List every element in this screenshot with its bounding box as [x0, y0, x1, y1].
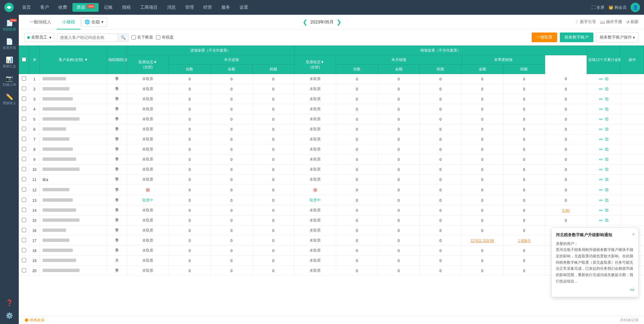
edit-btn[interactable]: ✏ [599, 167, 603, 172]
row-checkbox-cell[interactable] [19, 266, 29, 276]
sidebar-item-open-invoice[interactable]: 📄 发票开具 [0, 36, 19, 53]
ref-tax[interactable]: 1,638.5 [518, 239, 530, 243]
tax-disk-check-label[interactable]: 有税盘 [156, 35, 174, 40]
sidebar-item-settings[interactable]: ⚙️ [4, 310, 14, 321]
edit-btn[interactable]: ✏ [599, 137, 603, 142]
row-checkbox-cell[interactable] [19, 215, 29, 225]
row-checkbox[interactable] [22, 137, 26, 141]
search-button[interactable]: 🔍 [118, 34, 128, 41]
nav-item-manage[interactable]: 管理 [181, 3, 198, 12]
sidebar-item-summary[interactable]: 📊 票据汇总 [0, 54, 19, 71]
edit-btn[interactable]: ✏ [599, 147, 603, 152]
edit-btn[interactable]: ✏ [599, 177, 603, 182]
row-checkbox-cell[interactable] [19, 165, 29, 175]
employee-select[interactable]: 全部员工 ▾ [24, 33, 54, 42]
digital-tax-btn[interactable]: 税务数字账户 [560, 33, 593, 42]
row-checkbox[interactable] [22, 258, 26, 262]
row-checkbox[interactable] [22, 177, 26, 181]
popup-footer-link[interactable]: ea [556, 287, 634, 293]
row-checkbox-cell[interactable] [19, 185, 29, 195]
copy-btn[interactable]: ⧉ [605, 156, 608, 162]
edit-btn[interactable]: ✏ [599, 157, 603, 162]
row-checkbox[interactable] [22, 117, 26, 121]
nav-item-operation[interactable]: 经营 [199, 3, 216, 12]
digital-ops-btn[interactable]: 税务数字账户操作 ▾ [596, 32, 639, 43]
row-checkbox-cell[interactable] [19, 104, 29, 114]
row-checkbox-cell[interactable] [19, 94, 29, 104]
subordinate-checkbox[interactable] [131, 35, 136, 40]
copy-btn[interactable]: ⧉ [605, 167, 608, 172]
nav-item-accounting[interactable]: 记账 [100, 3, 117, 12]
copy-btn[interactable]: ⧉ [605, 136, 608, 142]
row-checkbox[interactable] [22, 167, 26, 171]
nav-item-fee[interactable]: 收费 [54, 3, 71, 12]
row-checkbox[interactable] [22, 228, 26, 232]
manual-btn[interactable]: 📖 操作手册 [600, 19, 622, 25]
copy-btn[interactable]: ⧉ [605, 106, 608, 112]
tab-small-scale[interactable]: 小规模 [57, 15, 80, 29]
row-checkbox-cell[interactable] [19, 124, 29, 134]
edit-btn[interactable]: ✏ [599, 107, 603, 112]
date-next-btn[interactable]: ❯ [336, 18, 341, 26]
row-checkbox[interactable] [22, 147, 26, 151]
nav-item-business[interactable]: 工商项目 [136, 3, 162, 12]
row-checkbox[interactable] [22, 86, 26, 91]
row-checkbox[interactable] [22, 187, 26, 192]
edit-btn[interactable]: ✏ [599, 198, 603, 203]
edit-btn[interactable]: ✏ [599, 208, 603, 213]
edit-btn[interactable]: ✏ [599, 218, 603, 223]
nav-item-client[interactable]: 客户 [36, 3, 53, 12]
copy-btn[interactable]: ⧉ [605, 96, 608, 102]
th-outbound-status[interactable]: 取票状态▼(全部) [294, 55, 336, 74]
copy-btn[interactable]: ⧉ [605, 126, 608, 132]
sidebar-item-help[interactable]: ❓ [4, 297, 14, 309]
nav-item-invoice[interactable]: 票据 new [72, 3, 99, 12]
th-quota[interactable]: 纳税期限(全部) ▼ [107, 46, 127, 74]
tax-policy-link[interactable]: 🔶 税务政策 [24, 318, 45, 323]
copy-btn[interactable]: ⧉ [605, 217, 608, 223]
row-checkbox-cell[interactable] [19, 134, 29, 144]
row-checkbox-cell[interactable] [19, 205, 29, 215]
edit-btn[interactable]: ✏ [599, 187, 603, 193]
search-input[interactable] [57, 34, 118, 41]
row-checkbox[interactable] [22, 218, 26, 222]
row-checkbox-cell[interactable] [19, 256, 29, 266]
row-checkbox-cell[interactable] [19, 154, 29, 165]
th-client-name[interactable]: 客户名称(全部) ▼ [40, 46, 107, 74]
user-avatar[interactable]: 👤 [631, 3, 640, 12]
subordinate-check-label[interactable]: 名下帐套 [131, 35, 153, 40]
nav-item-tax[interactable]: 报税 [118, 3, 135, 12]
row-checkbox[interactable] [22, 107, 26, 111]
th-inbound-status[interactable]: 取票状态▼(全部) [127, 55, 169, 74]
nav-item-settings[interactable]: 设置 [235, 3, 252, 12]
row-checkbox[interactable] [22, 96, 26, 101]
row-checkbox-cell[interactable] [19, 84, 29, 94]
row-checkbox-cell[interactable] [19, 74, 29, 84]
row-checkbox[interactable] [22, 76, 26, 81]
copy-btn[interactable]: ⧉ [605, 146, 608, 152]
copy-btn[interactable]: ⧉ [605, 76, 608, 82]
nav-item-home[interactable]: 首页 [18, 3, 35, 12]
nav-item-message[interactable]: 消息 [163, 3, 180, 12]
edit-btn[interactable]: ✏ [599, 127, 603, 132]
edit-btn[interactable]: ✏ [599, 117, 603, 122]
row-checkbox[interactable] [22, 268, 26, 272]
row-checkbox[interactable] [22, 198, 26, 202]
row-checkbox[interactable] [22, 127, 26, 131]
new-guide-btn[interactable]: ❔ 新手引导 [574, 19, 596, 25]
nav-item-service[interactable]: 服务 [217, 3, 234, 12]
row-checkbox[interactable] [22, 238, 26, 242]
sidebar-item-smart-invoice[interactable]: 🧾 智能取票 new [0, 17, 19, 35]
fullscreen-btn[interactable]: ⛶ 全屏 [591, 5, 604, 10]
ref-amount[interactable]: 12,621,319.99 [471, 239, 494, 243]
row-checkbox[interactable] [22, 157, 26, 161]
row-checkbox-cell[interactable] [19, 236, 29, 246]
edit-btn[interactable]: ✏ [599, 86, 603, 92]
row-checkbox-cell[interactable] [19, 144, 29, 154]
row-checkbox[interactable] [22, 248, 26, 252]
tab-general-taxpayer[interactable]: 一般纳税人 [24, 15, 57, 29]
copy-btn[interactable]: ⧉ [605, 187, 608, 193]
row-checkbox[interactable] [22, 208, 26, 212]
copy-btn[interactable]: ⧉ [605, 86, 608, 92]
edit-btn[interactable]: ✏ [599, 76, 603, 82]
